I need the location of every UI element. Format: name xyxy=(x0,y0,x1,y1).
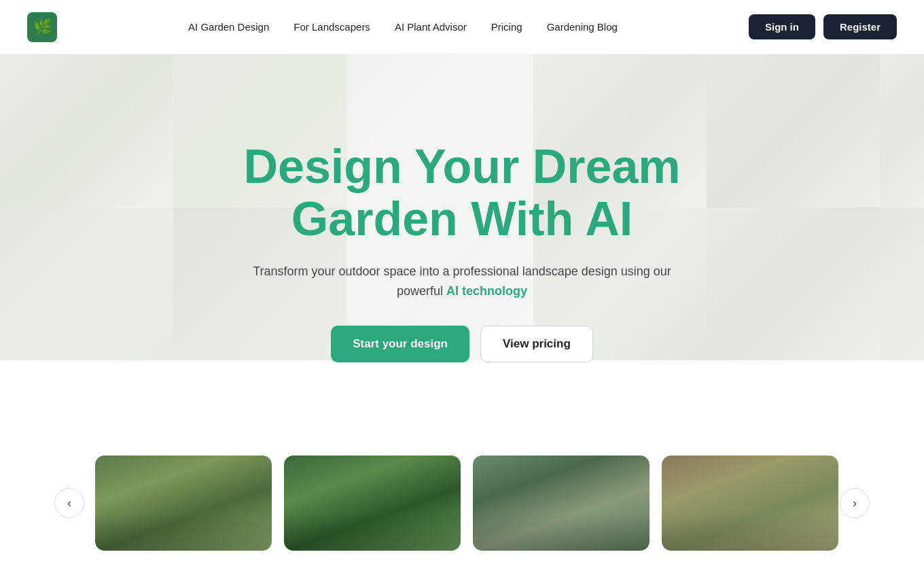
hero-title-line1: Design Your Dream xyxy=(243,140,680,193)
nav-gardening-blog[interactable]: Gardening Blog xyxy=(547,21,618,33)
logo-icon: 🌿 xyxy=(27,12,57,42)
nav-for-landscapers[interactable]: For Landscapers xyxy=(294,21,370,33)
start-design-button[interactable]: Start your design xyxy=(331,326,469,362)
signin-button[interactable]: Sign in xyxy=(749,14,815,39)
hero-buttons: Start your design View pricing xyxy=(331,326,593,362)
nav-ai-plant-advisor[interactable]: AI Plant Advisor xyxy=(395,21,467,33)
carousel-next-button[interactable]: › xyxy=(840,488,870,518)
carousel-track xyxy=(0,456,924,551)
hero-content: Design Your Dream Garden With AI Transfo… xyxy=(216,100,707,396)
logo[interactable]: 🌿 xyxy=(27,12,57,42)
carousel-prev-button[interactable]: ‹ xyxy=(54,488,84,518)
nav-ai-garden-design[interactable]: AI Garden Design xyxy=(188,21,269,33)
carousel-item-2 xyxy=(284,456,461,551)
hero-title: Design Your Dream Garden With AI xyxy=(243,141,680,245)
nav-actions: Sign in Register xyxy=(749,14,897,39)
logo-emoji: 🌿 xyxy=(33,18,52,36)
nav-links: AI Garden Design For Landscapers AI Plan… xyxy=(188,21,618,33)
hero-ai-link[interactable]: AI technology xyxy=(446,284,527,298)
hero-title-line2: Garden With AI xyxy=(291,192,633,245)
hero-subtitle: Transform your outdoor space into a prof… xyxy=(245,262,679,301)
carousel-item-3 xyxy=(473,456,650,551)
hero-section: Design Your Dream Garden With AI Transfo… xyxy=(0,54,924,442)
navigation: 🌿 AI Garden Design For Landscapers AI Pl… xyxy=(0,0,924,54)
carousel-item-1 xyxy=(95,456,272,551)
view-pricing-button[interactable]: View pricing xyxy=(480,326,593,362)
carousel-section: ‹ › xyxy=(0,442,924,578)
nav-pricing[interactable]: Pricing xyxy=(491,21,522,33)
register-button[interactable]: Register xyxy=(823,14,897,39)
carousel-item-4 xyxy=(662,456,838,551)
